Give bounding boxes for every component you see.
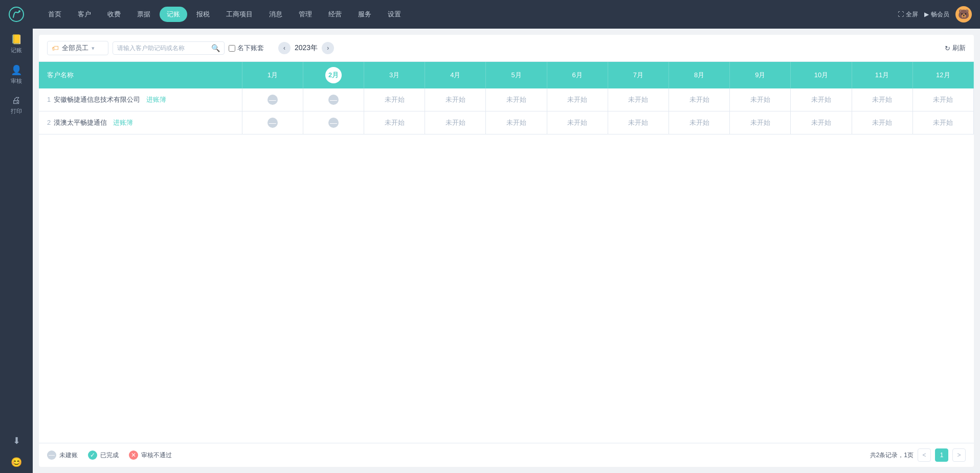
- nav-billing[interactable]: 收费: [100, 7, 128, 22]
- not-started-text: 未开始: [446, 96, 465, 103]
- nav-home[interactable]: 首页: [41, 7, 69, 22]
- toolbar: 🏷 全部员工 ▾ 🔍 名下账套 ‹ 2023年 ›: [39, 35, 974, 62]
- download-icon: ⬇: [13, 435, 20, 446]
- pagination: 共2条记录，1页 < 1 >: [870, 448, 966, 462]
- nav-service[interactable]: 服务: [351, 7, 378, 22]
- cell-mar: 未开始: [364, 88, 425, 111]
- cell-sep: 未开始: [730, 111, 791, 134]
- legend-rejected: ✕ 审核不通过: [129, 451, 172, 460]
- next-year-button[interactable]: ›: [322, 42, 334, 54]
- cell-jul: 未开始: [608, 111, 669, 134]
- employee-icon: 🏷: [52, 44, 59, 52]
- minus-icon: —: [268, 95, 278, 105]
- nav-client[interactable]: 客户: [71, 7, 98, 22]
- search-icon[interactable]: 🔍: [211, 44, 220, 52]
- prev-year-button[interactable]: ‹: [278, 42, 291, 54]
- not-started-text: 未开始: [872, 96, 892, 103]
- cell-jul: 未开始: [608, 88, 669, 111]
- sidebar-item-download[interactable]: ⬇: [0, 430, 33, 452]
- cell-nov: 未开始: [852, 88, 912, 111]
- cell-aug: 未开始: [669, 88, 729, 111]
- filter-label: 名下账套: [237, 43, 264, 53]
- vip-label: 畅会员: [931, 10, 949, 19]
- cell-may: 未开始: [486, 88, 547, 111]
- avatar-icon: 🐻: [958, 9, 969, 20]
- sidebar-item-print[interactable]: 🖨 打印: [0, 90, 33, 120]
- sidebar-item-print-label: 打印: [11, 107, 22, 115]
- not-started-text: 未开始: [567, 119, 587, 126]
- enter-ledger-link[interactable]: 进账簿: [146, 96, 166, 103]
- not-started-text: 未开始: [446, 119, 465, 126]
- not-created-dot: —: [47, 451, 56, 460]
- topnav: 首页 客户 收费 票据 记账 报税 工商项目 消息 管理 经营 服务 设置 ⛶ …: [33, 0, 980, 29]
- cell-oct: 未开始: [791, 111, 852, 134]
- rejected-dot: ✕: [129, 451, 138, 460]
- topnav-right: ⛶ 全屏 ▶ 畅会员 🐻: [898, 6, 972, 22]
- nav-bookkeeping[interactable]: 记账: [160, 7, 187, 22]
- employee-label: 全部员工: [62, 43, 88, 53]
- sidebar-item-audit[interactable]: 👤 审核: [0, 59, 33, 90]
- cell-oct: 未开始: [791, 88, 852, 111]
- sidebar-item-bookkeeping[interactable]: 📒 记账: [0, 29, 33, 59]
- not-started-text: 未开始: [933, 96, 953, 103]
- next-page-button[interactable]: >: [952, 448, 966, 462]
- minus-icon: —: [328, 95, 339, 105]
- not-started-text: 未开始: [811, 96, 831, 103]
- nav-settings[interactable]: 设置: [381, 7, 408, 22]
- not-started-text: 未开始: [506, 96, 526, 103]
- page-1-button[interactable]: 1: [935, 448, 948, 462]
- enter-ledger-link[interactable]: 进账簿: [113, 119, 133, 126]
- not-started-text: 未开始: [750, 96, 770, 103]
- cell-sep: 未开始: [730, 88, 791, 111]
- vip-button[interactable]: ▶ 畅会员: [924, 10, 949, 19]
- avatar[interactable]: 🐻: [955, 6, 972, 22]
- nav-tax[interactable]: 报税: [189, 7, 217, 22]
- minus-icon: —: [328, 118, 339, 128]
- col-aug: 8月: [669, 62, 729, 88]
- not-started-text: 未开始: [506, 119, 526, 126]
- col-sep: 9月: [730, 62, 791, 88]
- col-apr: 4月: [425, 62, 486, 88]
- support-icon: 😊: [11, 457, 22, 468]
- employee-select[interactable]: 🏷 全部员工 ▾: [47, 41, 108, 55]
- cell-nov: 未开始: [852, 111, 912, 134]
- col-nov: 11月: [852, 62, 912, 88]
- filter-checkbox[interactable]: [229, 45, 235, 52]
- fullscreen-button[interactable]: ⛶ 全屏: [898, 10, 918, 19]
- filter-checkbox-label[interactable]: 名下账套: [229, 43, 264, 53]
- nav-manage[interactable]: 管理: [292, 7, 319, 22]
- cell-feb: —: [303, 111, 364, 134]
- legend-completed-label: 已完成: [100, 451, 119, 460]
- legend-not-created: — 未建账: [47, 451, 78, 460]
- nav-business[interactable]: 工商项目: [219, 7, 260, 22]
- company-name: 漠澳太平畅捷通信: [54, 119, 107, 126]
- sidebar: 📒 记账 👤 审核 🖨 打印 ⬇ 😊: [0, 0, 33, 473]
- cell-mar: 未开始: [364, 111, 425, 134]
- nav-message[interactable]: 消息: [262, 7, 289, 22]
- company-name-cell: 1安徽畅捷通信息技术有限公司 进账簿: [39, 88, 242, 111]
- col-feb: 2月: [303, 62, 364, 88]
- svg-point-0: [9, 7, 24, 21]
- cell-jun: 未开始: [547, 111, 608, 134]
- not-started-text: 未开始: [750, 119, 770, 126]
- col-name: 客户名称: [39, 62, 242, 88]
- cell-apr: 未开始: [425, 88, 486, 111]
- not-started-text: 未开始: [628, 96, 648, 103]
- cell-apr: 未开始: [425, 111, 486, 134]
- col-jan: 1月: [242, 62, 303, 88]
- nav-operation[interactable]: 经营: [321, 7, 349, 22]
- search-input[interactable]: [117, 44, 209, 52]
- prev-page-button[interactable]: <: [918, 448, 931, 462]
- footer: — 未建账 ✓ 已完成 ✕ 审核不通过 共2条记录，1页 < 1 >: [39, 443, 974, 467]
- cell-jun: 未开始: [547, 88, 608, 111]
- col-oct: 10月: [791, 62, 852, 88]
- nav-invoice[interactable]: 票据: [130, 7, 158, 22]
- refresh-button[interactable]: ↻ 刷新: [945, 43, 966, 53]
- col-may: 5月: [486, 62, 547, 88]
- company-name: 安徽畅捷通信息技术有限公司: [54, 96, 140, 103]
- not-started-text: 未开始: [385, 96, 405, 103]
- completed-dot: ✓: [88, 451, 97, 460]
- not-started-text: 未开始: [933, 119, 953, 126]
- sidebar-item-support[interactable]: 😊: [0, 452, 33, 473]
- fullscreen-icon: ⛶: [898, 11, 904, 18]
